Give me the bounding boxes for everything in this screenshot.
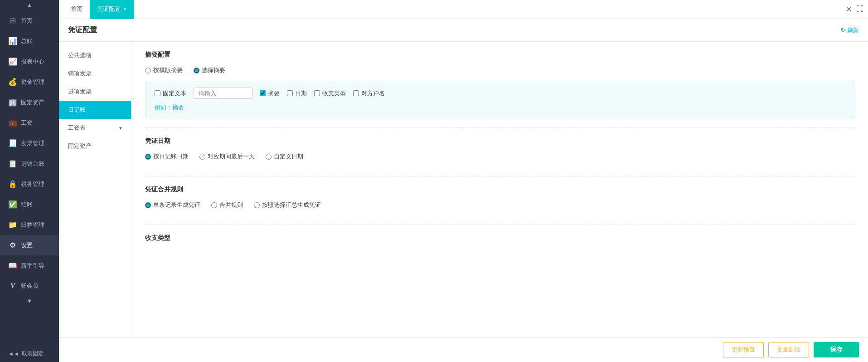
batch-delete-button[interactable]: 批量删除	[768, 342, 809, 357]
radio-last-day-of-period[interactable]: 对应期间最后一天	[199, 152, 255, 161]
sidebar-item-label: 首页	[21, 17, 33, 25]
abstract-radio-group: 按模版摘要 选择摘要	[145, 66, 854, 74]
page-header: 凭证配置 ↻ 刷新	[59, 19, 868, 42]
checkbox-income-type[interactable]: 收支类型	[314, 89, 346, 98]
left-nav-item-fixed-assets[interactable]: 固定资产	[59, 137, 131, 155]
radio-single-record-input[interactable]	[145, 202, 151, 208]
sidebar-item-settings[interactable]: ⚙ 设置	[0, 235, 59, 255]
checkbox-abstract-input[interactable]	[260, 90, 266, 96]
tab-close-icon[interactable]: ×	[123, 6, 126, 12]
sidebar-item-vip[interactable]: V 畅会员	[0, 276, 59, 296]
sidebar-item-tax[interactable]: 🔒 税务管理	[0, 174, 59, 194]
left-nav-item-journal[interactable]: 日记账	[59, 101, 131, 119]
radio-by-journal-date[interactable]: 按日记账日期	[145, 152, 189, 161]
left-nav-item-public-options[interactable]: 公共选项	[59, 46, 131, 64]
left-nav-item-sales-invoice[interactable]: 销项发票	[59, 64, 131, 83]
abstract-box: 固定文本 摘要 日期 收支类型	[145, 81, 854, 118]
reports-icon: 📈	[8, 57, 17, 66]
radio-custom-date[interactable]: 自定义日期	[266, 152, 303, 161]
checkbox-counter-name[interactable]: 对方户名	[353, 89, 385, 98]
checkbox-income-type-input[interactable]	[314, 90, 320, 96]
radio-merge-rules[interactable]: 合并规则	[211, 201, 243, 209]
ledger-icon: 📊	[8, 37, 17, 45]
update-preview-button[interactable]: 更新预置	[723, 342, 764, 357]
settlement-icon: ✅	[8, 200, 17, 209]
radio-custom-date-label: 自定义日期	[274, 152, 303, 161]
window-expand-button[interactable]: ⛶	[856, 5, 863, 14]
merge-rules-title: 凭证合并规则	[145, 186, 854, 194]
checkbox-date-label: 日期	[295, 89, 307, 98]
checkbox-fixed-text-input[interactable]	[155, 90, 160, 96]
sidebar-scroll-up[interactable]: ▲	[0, 0, 59, 10]
radio-single-record[interactable]: 单条记录生成凭证	[145, 201, 200, 209]
sidebar-item-invoice[interactable]: 🧾 发票管理	[0, 133, 59, 153]
radio-select-abstract-input[interactable]	[194, 68, 199, 73]
pin-icon: ◄◄	[8, 351, 19, 357]
sidebar-item-label: 设置	[21, 241, 33, 249]
sidebar-item-label: 总账	[21, 37, 33, 45]
save-button[interactable]: 保存	[814, 342, 859, 357]
radio-by-selection-summary-input[interactable]	[254, 202, 260, 208]
sidebar-item-settlement[interactable]: ✅ 结账	[0, 194, 59, 215]
radio-by-selection-summary[interactable]: 按照选择汇总生成凭证	[254, 201, 321, 209]
bottom-bar: 更新预置 批量删除 保存	[59, 337, 868, 362]
invoice-icon: 🧾	[8, 139, 17, 147]
radio-template-abstract-input[interactable]	[145, 68, 151, 73]
sidebar-unpin-button[interactable]: ◄◄ 取消固定	[0, 345, 59, 362]
sidebar-item-label: 报表中心	[21, 58, 44, 66]
radio-by-journal-date-input[interactable]	[145, 154, 151, 160]
abstract-config-title: 摘要配置	[145, 51, 854, 59]
checkbox-date-input[interactable]	[287, 90, 293, 96]
sidebar-item-label: 畅会员	[21, 282, 39, 290]
tab-voucher-config[interactable]: 凭证配置 ×	[90, 0, 134, 19]
voucher-date-radio-group: 按日记账日期 对应期间最后一天 自定义日期	[145, 152, 854, 161]
content-layout: 公共选项 销项发票 进项发票 日记账 工资表 ▾ 固定资产 摘要配置	[59, 42, 868, 337]
sidebar-item-fixed-assets[interactable]: 🏢 固定资产	[0, 92, 59, 113]
left-nav: 公共选项 销项发票 进项发票 日记账 工资表 ▾ 固定资产	[59, 42, 131, 337]
checkbox-date[interactable]: 日期	[287, 89, 307, 98]
chevron-down-icon: ▾	[119, 125, 122, 131]
sidebar-item-ledger[interactable]: 📊 总账	[0, 31, 59, 51]
home-icon: ⊞	[8, 16, 17, 25]
refresh-button[interactable]: ↻ 刷新	[840, 26, 859, 34]
checkbox-counter-name-label: 对方户名	[361, 89, 385, 98]
abstract-example: 例如：摘要	[155, 103, 845, 112]
sidebar: ▲ ⊞ 首页 📊 总账 📈 报表中心 💰 资金管理 🏢 固定资产 💼 工资 🧾 …	[0, 0, 59, 362]
sidebar-item-archive[interactable]: 📁 归档管理	[0, 215, 59, 235]
tax-icon: 🔒	[8, 180, 17, 188]
income-type-section: 收支类型	[145, 234, 854, 259]
left-nav-item-payroll[interactable]: 工资表 ▾	[59, 119, 131, 137]
sidebar-item-home[interactable]: ⊞ 首页	[0, 10, 59, 31]
radio-custom-date-input[interactable]	[266, 154, 272, 160]
sidebar-item-purchase-sales[interactable]: 📋 进销台账	[0, 153, 59, 174]
radio-template-abstract[interactable]: 按模版摘要	[145, 66, 183, 74]
salary-icon: 💼	[8, 118, 17, 127]
radio-merge-rules-input[interactable]	[211, 202, 217, 208]
sidebar-item-salary[interactable]: 💼 工资	[0, 113, 59, 133]
sidebar-item-label: 固定资产	[21, 98, 44, 107]
radio-last-day-of-period-input[interactable]	[199, 154, 205, 160]
sidebar-item-funds[interactable]: 💰 资金管理	[0, 72, 59, 92]
merge-rules-section: 凭证合并规则 单条记录生成凭证 合并规则 按照选择汇总生成凭证	[145, 186, 854, 225]
tab-home[interactable]: 首页	[63, 0, 90, 19]
window-close-button[interactable]: ✕	[846, 5, 852, 14]
sidebar-item-reports[interactable]: 📈 报表中心	[0, 51, 59, 72]
voucher-date-title: 凭证日期	[145, 137, 854, 145]
left-nav-item-purchase-invoice[interactable]: 进项发票	[59, 83, 131, 101]
radio-select-abstract[interactable]: 选择摘要	[194, 66, 225, 74]
abstract-config-section: 摘要配置 按模版摘要 选择摘要 固定文本	[145, 51, 854, 128]
sidebar-item-guide[interactable]: 📖 新手引导	[0, 255, 59, 276]
checkbox-abstract[interactable]: 摘要	[260, 89, 280, 98]
fixed-text-input[interactable]	[194, 88, 252, 99]
checkbox-abstract-label: 摘要	[268, 89, 280, 98]
sidebar-item-label: 资金管理	[21, 78, 44, 86]
sidebar-item-label: 进销台账	[21, 160, 44, 168]
right-panel: 摘要配置 按模版摘要 选择摘要 固定文本	[131, 42, 868, 337]
checkbox-counter-name-input[interactable]	[353, 90, 359, 96]
sidebar-scroll-down[interactable]: ▼	[0, 296, 59, 306]
main-content: 首页 凭证配置 × ✕ ⛶ 凭证配置 ↻ 刷新 公共选项 销项发票 进	[59, 0, 868, 362]
sidebar-item-label: 税务管理	[21, 180, 44, 188]
radio-by-selection-summary-label: 按照选择汇总生成凭证	[262, 201, 321, 209]
checkbox-fixed-text[interactable]: 固定文本	[155, 89, 186, 98]
tab-bar: 首页 凭证配置 × ✕ ⛶	[59, 0, 868, 19]
